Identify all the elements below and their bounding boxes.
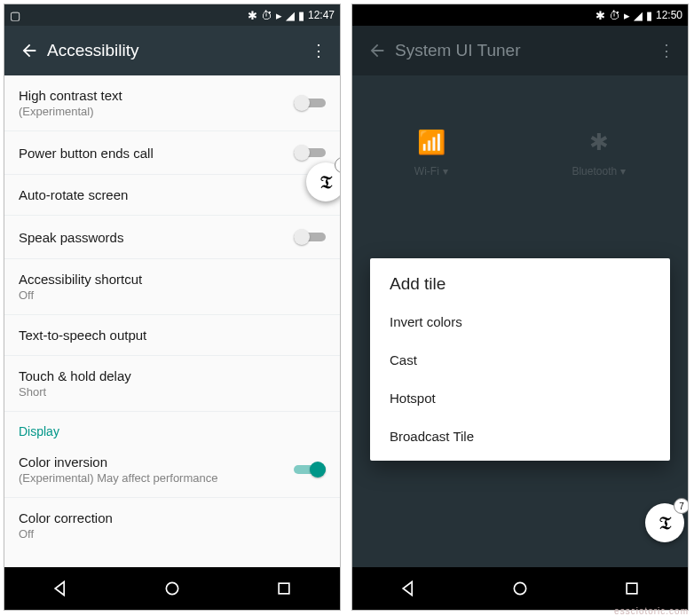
quick-settings-area: 📶 Wi-Fi ▾ ✱ Bluetooth ▾ Add tile Add til… <box>352 75 688 567</box>
cell-icon: ◢ <box>634 10 643 21</box>
svg-rect-1 <box>279 583 289 594</box>
switch-color-inversion[interactable] <box>294 461 326 478</box>
app-bar: System UI Tuner ⋮ <box>352 26 688 75</box>
badge-count: 7 <box>674 498 689 514</box>
overflow-menu-button[interactable]: ⋮ <box>304 41 333 60</box>
bluetooth-icon: ✱ <box>595 10 605 21</box>
navigation-bar <box>352 567 688 610</box>
nav-home-button[interactable] <box>493 567 547 610</box>
svg-rect-3 <box>627 583 637 594</box>
row-speak-passwords[interactable]: Speak passwords <box>4 216 340 259</box>
alarm-icon: ⏱ <box>261 10 272 21</box>
row-title: High contrast text <box>19 88 294 103</box>
badge-glyph: 𝔗 <box>320 172 332 193</box>
nav-recent-button[interactable] <box>605 567 659 610</box>
chevron-down-icon: ▾ <box>443 165 448 178</box>
cell-icon: ◢ <box>286 10 295 21</box>
section-header-display: Display <box>4 412 340 442</box>
status-bar: ▢ ✱ ⏱ ▸ ◢ ▮ 12:47 <box>4 4 340 26</box>
back-button[interactable] <box>12 41 47 60</box>
wifi-icon: ▸ <box>624 10 630 21</box>
row-title: Color correction <box>19 510 326 525</box>
nav-recent-button[interactable] <box>257 567 311 610</box>
floating-badge[interactable]: 𝔗 7 <box>306 162 341 201</box>
row-auto-rotate[interactable]: Auto-rotate screen <box>4 175 340 216</box>
wifi-icon: 📶 <box>417 129 446 156</box>
add-tile-dialog: Add tile Invert colors Cast Hotspot Broa… <box>370 258 670 461</box>
row-accessibility-shortcut[interactable]: Accessibility shortcut Off <box>4 259 340 315</box>
battery-icon: ▮ <box>646 10 652 21</box>
page-title: Accessibility <box>47 41 304 60</box>
svg-point-2 <box>514 582 525 594</box>
row-color-inversion[interactable]: Color inversion (Experimental) May affec… <box>4 442 340 498</box>
image-icon: ▢ <box>10 10 20 21</box>
dialog-title: Add tile <box>370 274 670 303</box>
row-title: Touch & hold delay <box>19 368 326 383</box>
row-color-correction[interactable]: Color correction Off <box>4 498 340 553</box>
qs-label: Bluetooth <box>572 165 617 178</box>
overflow-menu-button[interactable]: ⋮ <box>652 41 681 60</box>
settings-list: High contrast text (Experimental) Power … <box>4 75 340 567</box>
badge-count: 7 <box>335 157 341 173</box>
row-title: Accessibility shortcut <box>19 272 326 287</box>
row-subtitle: Short <box>19 385 326 399</box>
alarm-icon: ⏱ <box>609 10 620 21</box>
row-title: Auto-rotate screen <box>19 187 326 202</box>
floating-badge[interactable]: 𝔗 7 <box>645 503 684 542</box>
chevron-down-icon: ▾ <box>620 165 626 178</box>
watermark: essciotoric.com <box>614 606 689 616</box>
row-title: Power button ends call <box>19 146 294 161</box>
battery-icon: ▮ <box>298 10 304 21</box>
bluetooth-icon: ✱ <box>248 10 257 21</box>
phone-accessibility: ▢ ✱ ⏱ ▸ ◢ ▮ 12:47 Accessibility ⋮ High c… <box>4 4 341 611</box>
back-button[interactable] <box>359 41 395 60</box>
dialog-item-broadcast-tile[interactable]: Broadcast Tile <box>370 417 670 455</box>
row-subtitle: (Experimental) May affect performance <box>19 471 294 485</box>
row-title: Speak passwords <box>19 230 294 245</box>
phone-system-ui-tuner: ✱ ⏱ ▸ ◢ ▮ 12:50 System UI Tuner ⋮ 📶 Wi-F… <box>351 4 689 611</box>
status-bar: ✱ ⏱ ▸ ◢ ▮ 12:50 <box>352 4 688 26</box>
status-time: 12:50 <box>656 9 682 21</box>
row-touch-hold-delay[interactable]: Touch & hold delay Short <box>4 356 340 412</box>
badge-glyph: 𝔗 <box>659 513 671 533</box>
svg-point-0 <box>166 582 177 594</box>
row-text-to-speech[interactable]: Text-to-speech output <box>4 315 340 356</box>
nav-back-button[interactable] <box>382 567 435 610</box>
row-title: Color inversion <box>19 454 294 470</box>
qs-tile-wifi[interactable]: 📶 Wi-Fi ▾ <box>414 129 448 178</box>
switch-speak-passwords[interactable] <box>294 228 326 246</box>
row-power-button-ends-call[interactable]: Power button ends call <box>4 131 340 175</box>
row-subtitle: Off <box>19 288 326 302</box>
row-title: Text-to-speech output <box>19 328 326 343</box>
qs-label: Wi-Fi <box>414 165 439 178</box>
status-time: 12:47 <box>308 9 335 21</box>
navigation-bar <box>4 567 340 610</box>
wifi-icon: ▸ <box>276 10 282 21</box>
page-title: System UI Tuner <box>395 41 652 60</box>
dialog-item-invert-colors[interactable]: Invert colors <box>370 303 670 341</box>
dialog-item-cast[interactable]: Cast <box>370 341 670 379</box>
bluetooth-icon: ✱ <box>589 129 609 156</box>
row-subtitle: Off <box>19 527 326 541</box>
switch-power-ends-call[interactable] <box>294 144 326 162</box>
row-subtitle: (Experimental) <box>19 105 294 118</box>
app-bar: Accessibility ⋮ <box>4 26 340 75</box>
row-high-contrast-text[interactable]: High contrast text (Experimental) <box>4 75 340 131</box>
qs-tile-bluetooth[interactable]: ✱ Bluetooth ▾ <box>572 129 626 178</box>
nav-home-button[interactable] <box>146 567 199 610</box>
dialog-item-hotspot[interactable]: Hotspot <box>370 379 670 417</box>
switch-high-contrast[interactable] <box>294 94 326 112</box>
nav-back-button[interactable] <box>34 567 87 610</box>
